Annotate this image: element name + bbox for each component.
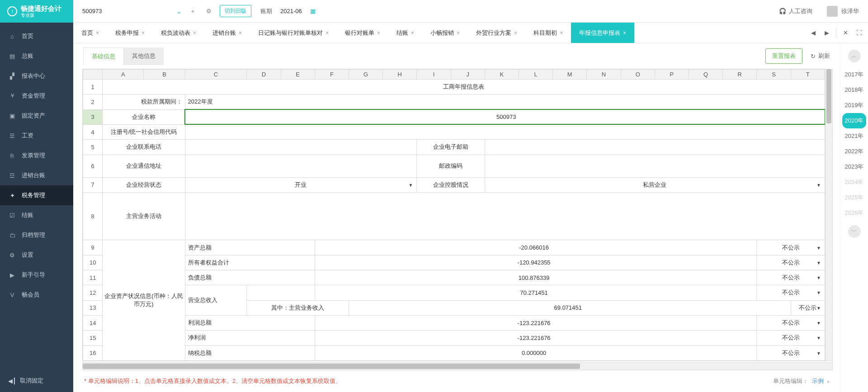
fullscreen-button[interactable]: ⛶	[853, 27, 865, 39]
publish-select[interactable]: 不公示▼	[757, 345, 825, 360]
row-7[interactable]: 7	[83, 177, 103, 192]
tab-0[interactable]: 首页×	[73, 23, 107, 43]
tab-close-icon[interactable]: ×	[96, 30, 99, 36]
publish-select[interactable]: 不公示▼	[791, 300, 825, 315]
fin-value[interactable]: 70.271451	[315, 285, 757, 300]
subtab-basic[interactable]: 基础信息	[83, 47, 124, 65]
row-16[interactable]: 16	[83, 345, 103, 360]
row-10[interactable]: 10	[83, 255, 103, 270]
col-S[interactable]: S	[757, 70, 791, 80]
year-2022年[interactable]: 2022年	[842, 144, 867, 159]
org-selector[interactable]: 500973 ⌄	[82, 8, 182, 15]
publish-select[interactable]: 不公示▼	[757, 285, 825, 300]
row-14[interactable]: 14	[83, 315, 103, 330]
publish-select[interactable]: 不公示▼	[757, 270, 825, 285]
col-D[interactable]: D	[247, 70, 281, 80]
fin-value[interactable]: 69.071451	[349, 300, 791, 315]
col-L[interactable]: L	[519, 70, 552, 80]
tab-close-icon[interactable]: ×	[326, 30, 329, 36]
nav-item-close[interactable]: ☑结账	[0, 205, 73, 225]
year-2019年[interactable]: 2019年	[842, 98, 867, 113]
nav-item-asset[interactable]: ▣固定资产	[0, 106, 73, 126]
row-6[interactable]: 6	[83, 155, 103, 177]
year-2018年[interactable]: 2018年	[842, 82, 867, 98]
col-J[interactable]: J	[451, 70, 485, 80]
settings-icon[interactable]: ⚙	[203, 6, 214, 17]
col-M[interactable]: M	[553, 70, 587, 80]
row-15[interactable]: 15	[83, 331, 103, 345]
year-2021年[interactable]: 2021年	[842, 128, 867, 144]
address-input[interactable]	[185, 155, 417, 177]
tab-9[interactable]: 科目期初×	[525, 23, 571, 43]
publish-select[interactable]: 不公示▼	[757, 315, 825, 330]
tab-7[interactable]: 小畅报销×	[422, 23, 468, 43]
col-N[interactable]: N	[587, 70, 621, 80]
main-biz-input[interactable]	[185, 192, 825, 240]
tab-close-icon[interactable]: ×	[142, 30, 145, 36]
tabs-prev-button[interactable]: ◀	[807, 27, 820, 39]
nav-item-invoice[interactable]: ⎘发票管理	[0, 146, 73, 165]
row-3[interactable]: 3	[83, 109, 103, 124]
pin-toggle[interactable]: ◀┃ 取消固定	[0, 369, 73, 392]
tab-close-icon[interactable]: ×	[623, 30, 626, 36]
row-9[interactable]: 9	[83, 240, 103, 255]
nav-item-wage[interactable]: ☰工资	[0, 126, 73, 146]
row-12[interactable]: 12	[83, 285, 103, 300]
col-P[interactable]: P	[655, 70, 689, 80]
reset-button[interactable]: 重置报表	[765, 48, 802, 64]
row-1[interactable]: 1	[83, 80, 103, 94]
col-T[interactable]: T	[791, 70, 825, 80]
nav-item-book[interactable]: ▤总账	[0, 46, 73, 66]
reg-code-input[interactable]	[185, 124, 825, 139]
col-K[interactable]: K	[485, 70, 519, 80]
tab-5[interactable]: 银行对账单×	[337, 23, 388, 43]
tab-close-icon[interactable]: ×	[560, 30, 563, 36]
nav-item-archive[interactable]: 🗀归档管理	[0, 225, 73, 245]
subtab-other[interactable]: 其他信息	[124, 47, 164, 65]
col-A[interactable]: A	[103, 70, 144, 80]
nav-item-chart[interactable]: ▞报表中心	[0, 66, 73, 86]
col-B[interactable]: B	[144, 70, 185, 80]
fin-value[interactable]: -123.221676	[315, 315, 757, 330]
user-menu[interactable]: 徐泽华	[827, 6, 859, 17]
postcode-input[interactable]	[485, 155, 825, 177]
publish-select[interactable]: 不公示▼	[757, 255, 825, 270]
period-value-cell[interactable]: 2022年度	[185, 94, 825, 109]
tab-close-icon[interactable]: ×	[193, 30, 196, 36]
tab-3[interactable]: 进销台账×	[204, 23, 250, 43]
nav-item-ledger[interactable]: ☲进销台账	[0, 165, 73, 185]
tab-10[interactable]: 年报信息申报表×	[571, 23, 634, 43]
tabs-next-button[interactable]: ▶	[821, 27, 833, 39]
corner-cell[interactable]	[83, 70, 103, 80]
year-2023年[interactable]: 2023年	[842, 159, 867, 175]
tab-close-icon[interactable]: ×	[411, 30, 414, 36]
spreadsheet[interactable]: ABCDEFGHIJKLMNOPQRST1工商年报信息表2税款所属期间：2022…	[83, 69, 825, 361]
enterprise-name-input[interactable]: 500973	[185, 109, 825, 124]
publish-select[interactable]: 不公示▼	[757, 240, 825, 255]
col-E[interactable]: E	[281, 70, 315, 80]
year-2017年[interactable]: 2017年	[842, 67, 867, 82]
fin-value[interactable]: 100.876339	[315, 270, 757, 285]
consult-button[interactable]: 🎧 人工咨询	[779, 7, 812, 15]
fin-value[interactable]: -20.066016	[315, 240, 757, 255]
col-O[interactable]: O	[621, 70, 655, 80]
old-version-button[interactable]: 切到旧版	[220, 5, 251, 17]
year-2020年[interactable]: 2020年	[842, 113, 867, 128]
status-select[interactable]: 开业▼	[185, 177, 417, 192]
nav-item-money[interactable]: ￥资金管理	[0, 86, 73, 106]
nav-item-settings[interactable]: ⚙设置	[0, 245, 73, 265]
add-button[interactable]: ＋	[187, 6, 198, 17]
tab-close-icon[interactable]: ×	[457, 30, 460, 36]
phone-input[interactable]	[185, 140, 417, 155]
example-link[interactable]: 示例	[812, 377, 824, 385]
tab-6[interactable]: 结账×	[388, 23, 422, 43]
row-2[interactable]: 2	[83, 94, 103, 109]
col-Q[interactable]: Q	[689, 70, 723, 80]
horizontal-scrollbar[interactable]	[82, 362, 833, 370]
col-G[interactable]: G	[349, 70, 382, 80]
tab-close-icon[interactable]: ×	[239, 30, 242, 36]
nav-item-vip[interactable]: V畅会员	[0, 285, 73, 305]
nav-item-guide[interactable]: ▶新手引导	[0, 265, 73, 285]
year-up-button[interactable]: ︿	[848, 50, 861, 62]
col-R[interactable]: R	[723, 70, 757, 80]
